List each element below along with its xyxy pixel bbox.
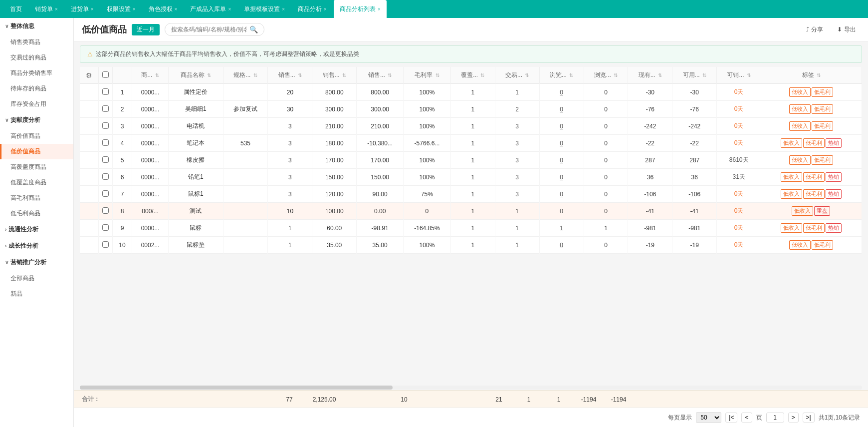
row-checkbox[interactable] xyxy=(102,105,109,112)
page-input[interactable] xyxy=(766,413,784,423)
col-coverage[interactable]: 覆盖... ⇅ xyxy=(450,67,495,84)
col-spec[interactable]: 规格... ⇅ xyxy=(223,67,268,84)
row-browse1[interactable]: 0 xyxy=(539,135,584,152)
time-filter-button[interactable]: 近一月 xyxy=(132,24,160,35)
page-size-select[interactable]: 50 100 200 xyxy=(696,412,721,423)
nav-product-storage-close[interactable]: × xyxy=(228,6,231,12)
row-browse2: 0 xyxy=(584,118,628,135)
row-checkbox[interactable] xyxy=(102,156,109,163)
sidebar-item-all-goods[interactable]: 全部商品 xyxy=(0,271,73,286)
col-stock1[interactable]: 现有... ⇅ xyxy=(628,67,672,84)
sidebar-section-growth[interactable]: › 成长性分析 xyxy=(0,238,73,254)
row-checkbox[interactable] xyxy=(102,173,109,180)
next-page-button[interactable]: > xyxy=(788,413,799,423)
col-name[interactable]: 商品名称 ⇅ xyxy=(169,67,223,84)
nav-sales-order[interactable]: 销货单 × xyxy=(29,0,64,18)
col-days[interactable]: 可销... ⇅ xyxy=(717,67,761,84)
sidebar-item-new-goods[interactable]: 新品 xyxy=(0,286,73,302)
sidebar-item-stock-funds[interactable]: 库存资金占用 xyxy=(0,96,73,112)
row-browse1[interactable]: 0 xyxy=(539,101,584,118)
nav-goods-analysis-list-close[interactable]: × xyxy=(378,6,381,12)
col-browse1[interactable]: 浏览... ⇅ xyxy=(539,67,584,84)
tag-热销: 热销 xyxy=(826,189,842,199)
col-trade[interactable]: 交易... ⇅ xyxy=(495,67,539,84)
first-page-button[interactable]: |< xyxy=(725,413,737,423)
row-browse1[interactable]: 1 xyxy=(539,220,584,237)
nav-goods-analysis-close[interactable]: × xyxy=(324,6,327,12)
col-stock2[interactable]: 可用... ⇅ xyxy=(672,67,717,84)
last-page-button[interactable]: >| xyxy=(803,413,815,423)
row-browse1[interactable]: 0 xyxy=(539,203,584,220)
row-browse1[interactable]: 0 xyxy=(539,118,584,135)
gear-icon[interactable]: ⚙ xyxy=(86,71,92,79)
nav-purchase-order[interactable]: 进货单 × xyxy=(65,0,100,18)
prev-page-button[interactable]: < xyxy=(741,413,752,423)
nav-template[interactable]: 单据模板设置 × xyxy=(238,0,291,18)
nav-goods-analysis-label: 商品分析 xyxy=(298,5,322,13)
col-margin[interactable]: 毛利率 ⇅ xyxy=(404,67,451,84)
row-checkbox[interactable] xyxy=(102,122,109,129)
col-code[interactable]: 商... ⇅ xyxy=(132,67,168,84)
horizontal-scrollbar[interactable] xyxy=(80,386,862,390)
col-gear[interactable]: ⚙ xyxy=(80,67,99,84)
row-browse1[interactable]: 0 xyxy=(539,186,584,203)
sidebar-section-overview[interactable]: ∨ 整体信息 xyxy=(0,18,73,34)
row-trade: 1 xyxy=(495,220,539,237)
sidebar-item-category-sales[interactable]: 商品分类销售率 xyxy=(0,65,73,81)
nav-template-close[interactable]: × xyxy=(282,6,285,12)
sidebar-item-high-value[interactable]: 高价值商品 xyxy=(0,128,73,144)
row-checkbox[interactable] xyxy=(102,190,109,197)
search-input[interactable] xyxy=(171,26,246,33)
nav-goods-analysis[interactable]: 商品分析 × xyxy=(292,0,333,18)
col-checkbox xyxy=(99,67,113,84)
row-days: 0天 xyxy=(717,118,761,135)
nav-home[interactable]: 首页 xyxy=(4,0,28,18)
col-browse2[interactable]: 浏览... ⇅ xyxy=(584,67,628,84)
row-checkbox[interactable] xyxy=(102,139,109,146)
sidebar-item-stock-goods[interactable]: 待库存的商品 xyxy=(0,81,73,96)
sidebar-section-marketing[interactable]: ∨ 营销推广分析 xyxy=(0,254,73,271)
col-tags[interactable]: 标签 ⇅ xyxy=(761,67,862,84)
nav-permissions[interactable]: 权限设置 × xyxy=(101,0,142,18)
sidebar-item-low-coverage[interactable]: 低覆盖度商品 xyxy=(0,175,73,190)
col-sales1[interactable]: 销售... ⇅ xyxy=(312,67,357,84)
row-days: 0天 xyxy=(717,101,761,118)
row-checkbox[interactable] xyxy=(102,241,109,248)
row-checkbox[interactable] xyxy=(102,224,109,231)
tag-低毛利: 低毛利 xyxy=(812,87,833,97)
nav-purchase-order-close[interactable]: × xyxy=(91,6,94,12)
row-browse1[interactable]: 0 xyxy=(539,152,584,169)
export-button[interactable]: ⬇ 导出 xyxy=(833,23,860,36)
nav-permissions-close[interactable]: × xyxy=(133,6,136,12)
tag-低收入: 低收入 xyxy=(781,189,802,199)
row-browse1[interactable]: 0 xyxy=(539,169,584,186)
row-checkbox[interactable] xyxy=(102,88,109,95)
summary-row: 77 2,125.00 10 21 1 1 -1194 -1194 xyxy=(110,396,860,403)
share-button[interactable]: ⤴ 分享 xyxy=(802,23,827,36)
col-sales2[interactable]: 销售... ⇅ xyxy=(357,67,404,84)
nav-goods-analysis-list[interactable]: 商品分析列表 × xyxy=(334,0,387,18)
nav-roles-close[interactable]: × xyxy=(175,6,178,12)
sidebar-item-low-margin[interactable]: 低毛利商品 xyxy=(0,206,73,221)
nav-roles[interactable]: 角色授权 × xyxy=(143,0,184,18)
row-browse1[interactable]: 0 xyxy=(539,237,584,254)
sidebar-item-traded-goods[interactable]: 交易过的商品 xyxy=(0,50,73,65)
sidebar-item-sales-goods[interactable]: 销售类商品 xyxy=(0,34,73,50)
sidebar-item-high-margin[interactable]: 高毛利商品 xyxy=(0,190,73,206)
nav-product-storage[interactable]: 产成品入库单 × xyxy=(184,0,237,18)
sidebar-item-high-coverage[interactable]: 高覆盖度商品 xyxy=(0,159,73,175)
nav-sales-order-close[interactable]: × xyxy=(55,6,58,12)
sidebar-item-low-value[interactable]: 低价值商品 xyxy=(0,144,73,159)
search-icon[interactable]: 🔍 xyxy=(249,25,258,33)
sidebar-section-contribution[interactable]: ∨ 贡献度分析 xyxy=(0,112,73,128)
scrollbar-thumb[interactable] xyxy=(80,386,393,390)
sidebar-section-liquidity[interactable]: › 流通性分析 xyxy=(0,221,73,238)
row-checkbox[interactable] xyxy=(102,207,109,214)
row-sales3: 100% xyxy=(404,101,451,118)
row-browse2: 1 xyxy=(584,220,628,237)
select-all-checkbox[interactable] xyxy=(102,71,109,78)
share-icon: ⤴ xyxy=(806,26,809,33)
row-browse1[interactable]: 0 xyxy=(539,84,584,101)
row-spec xyxy=(223,220,268,237)
col-qty[interactable]: 销售... ⇅ xyxy=(268,67,312,84)
